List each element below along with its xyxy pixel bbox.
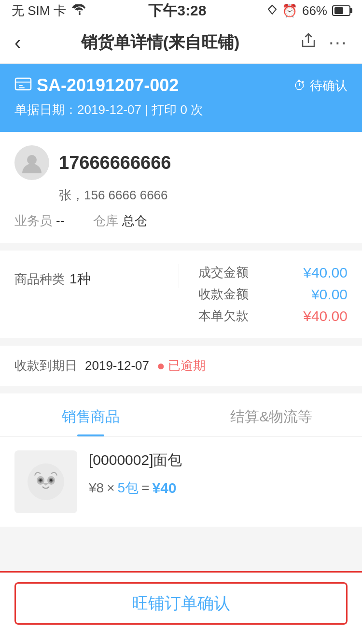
wifi-icon <box>72 3 87 18</box>
goods-type-row: 商品种类 1种 <box>14 264 164 288</box>
nav-actions: ··· <box>300 31 348 53</box>
bottom-bar: 旺铺订单确认 <box>0 571 362 644</box>
customer-top: 17666666666 <box>14 145 348 180</box>
product-thumbnail <box>14 450 77 513</box>
customer-section: 17666666666 张，156 6666 6666 业务员 -- 仓库 总仓 <box>0 132 362 243</box>
salesperson-item: 业务员 -- <box>14 212 64 229</box>
equals-sign: = <box>141 480 149 496</box>
stats-section: 商品种类 1种 成交金额 ¥40.00 收款金额 ¥0.00 本单欠款 ¥40.… <box>0 251 362 338</box>
deal-row: 成交金额 ¥40.00 <box>198 264 348 281</box>
svg-point-9 <box>50 479 53 482</box>
multiply-sign: × <box>107 480 114 496</box>
share-icon[interactable] <box>300 32 317 53</box>
customer-meta: 业务员 -- 仓库 总仓 <box>14 212 348 229</box>
product-total: ¥40 <box>152 480 176 496</box>
due-label: 收款到期日 <box>14 357 77 374</box>
salesperson-value: -- <box>56 213 64 228</box>
received-row: 收款金额 ¥0.00 <box>198 286 348 303</box>
customer-name: 张，156 6666 6666 <box>14 187 348 204</box>
tab-settlement[interactable]: 结算&物流等 <box>181 393 362 436</box>
order-icon <box>14 77 32 94</box>
tab-sales-goods[interactable]: 销售商品 <box>0 393 181 436</box>
order-id: SA-20191207-002 <box>14 75 179 96</box>
svg-point-8 <box>40 479 42 482</box>
svg-point-3 <box>28 463 64 500</box>
tabs-bar: 销售商品 结算&物流等 <box>0 393 362 437</box>
received-value: ¥0.00 <box>311 286 348 303</box>
svg-point-2 <box>27 155 37 165</box>
status-text: 待确认 <box>310 77 348 94</box>
back-button[interactable]: ‹ <box>14 33 21 52</box>
confirm-order-button[interactable]: 旺铺订单确认 <box>14 582 348 625</box>
page-title: 销货单详情(来自旺铺) <box>81 31 240 54</box>
goods-type-label: 商品种类 <box>14 271 65 288</box>
alarm-icon: ⏰ <box>282 3 297 18</box>
product-price: ¥8 × 5包 = ¥40 <box>89 479 348 497</box>
received-label: 收款金额 <box>198 286 249 303</box>
overdue-badge: ● 已逾期 <box>157 357 206 374</box>
status-left: 无 SIM 卡 <box>12 2 87 19</box>
order-status: ⏱ 待确认 <box>293 77 348 94</box>
battery-percent: 66% <box>302 3 327 18</box>
status-right: ⏰ 66% <box>267 3 350 18</box>
carrier-label: 无 SIM 卡 <box>12 2 66 19</box>
unit-price: ¥8 <box>89 480 104 496</box>
overdue-icon: ● <box>157 358 165 374</box>
outstanding-value: ¥40.00 <box>303 308 348 324</box>
order-date: 单据日期：2019-12-07 | 打印 0 次 <box>14 101 348 118</box>
outstanding-row: 本单欠款 ¥40.00 <box>198 308 348 324</box>
warehouse-value: 总仓 <box>122 212 147 229</box>
location-icon <box>267 3 277 18</box>
deal-value: ¥40.00 <box>303 265 348 281</box>
nav-bar: ‹ 销货单详情(来自旺铺) ··· <box>0 21 362 64</box>
outstanding-label: 本单欠款 <box>198 308 249 324</box>
product-section: [0000002]面包 ¥8 × 5包 = ¥40 <box>0 437 362 527</box>
order-header-top: SA-20191207-002 ⏱ 待确认 <box>14 75 348 96</box>
product-qty: 5包 <box>118 479 139 497</box>
avatar <box>14 145 49 180</box>
stats-left: 商品种类 1种 <box>14 264 179 288</box>
product-info: [0000002]面包 ¥8 × 5包 = ¥40 <box>89 450 348 497</box>
warehouse-item: 仓库 总仓 <box>93 212 147 229</box>
battery-icon <box>332 5 350 16</box>
status-bar: 无 SIM 卡 下午3:28 ⏰ 66% <box>0 0 362 21</box>
clock-icon: ⏱ <box>293 78 306 93</box>
customer-phone: 17666666666 <box>59 153 171 173</box>
due-section: 收款到期日 2019-12-07 ● 已逾期 <box>0 346 362 386</box>
order-header: SA-20191207-002 ⏱ 待确认 单据日期：2019-12-07 | … <box>0 64 362 132</box>
deal-label: 成交金额 <box>198 264 249 281</box>
product-name: [0000002]面包 <box>89 450 348 470</box>
overdue-text: 已逾期 <box>168 357 206 374</box>
status-time: 下午3:28 <box>148 1 206 21</box>
more-icon[interactable]: ··· <box>329 31 348 53</box>
salesperson-label: 业务员 <box>14 212 52 229</box>
goods-type-value: 1种 <box>70 270 91 288</box>
warehouse-label: 仓库 <box>93 212 118 229</box>
due-date: 2019-12-07 <box>85 358 149 373</box>
stats-right: 成交金额 ¥40.00 收款金额 ¥0.00 本单欠款 ¥40.00 <box>179 264 348 324</box>
svg-point-0 <box>79 13 81 15</box>
